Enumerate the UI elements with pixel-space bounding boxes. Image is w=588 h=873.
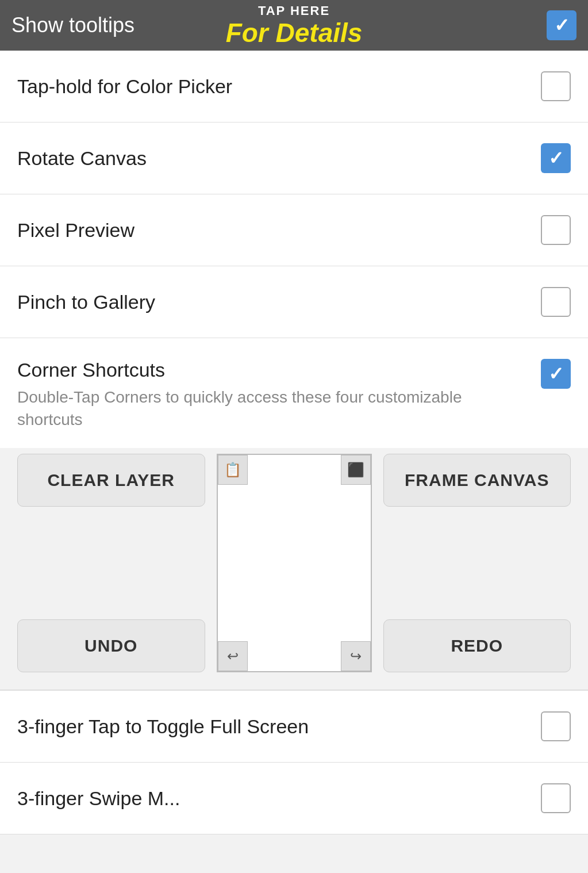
pinch-to-gallery-row: Pinch to Gallery — [0, 266, 588, 338]
canvas-grid: CLEAR LAYER 📋 ⬛ ↩ ↪ — [17, 454, 571, 672]
rotate-canvas-text: Rotate Canvas — [17, 147, 541, 170]
canvas-area: CLEAR LAYER 📋 ⬛ ↩ ↪ — [0, 448, 588, 690]
tap-here-overlay: TAP HERE For Details — [226, 3, 363, 48]
clear-layer-button[interactable]: CLEAR LAYER — [17, 454, 205, 507]
pixel-preview-checkbox[interactable] — [541, 215, 571, 245]
for-details-text: For Details — [226, 18, 363, 48]
pixel-preview-row: Pixel Preview — [0, 194, 588, 266]
clipboard-icon: 📋 — [224, 462, 241, 478]
top-right-buttons: FRAME CANVAS — [383, 454, 571, 507]
pixel-preview-title: Pixel Preview — [17, 219, 529, 242]
rotate-canvas-title: Rotate Canvas — [17, 147, 529, 170]
tap-hold-title: Tap-hold for Color Picker — [17, 75, 529, 98]
pinch-to-gallery-title: Pinch to Gallery — [17, 291, 529, 313]
show-tooltips-checkbox[interactable] — [547, 10, 577, 40]
frame-canvas-button[interactable]: FRAME CANVAS — [383, 454, 571, 507]
corner-shortcuts-checkbox[interactable] — [541, 359, 571, 389]
tap-here-text: TAP HERE — [226, 3, 363, 18]
pinch-to-gallery-text: Pinch to Gallery — [17, 291, 541, 313]
corner-bl-icon[interactable]: ↩ — [218, 641, 248, 671]
tap-hold-text: Tap-hold for Color Picker — [17, 75, 541, 98]
top-left-buttons: CLEAR LAYER — [17, 454, 205, 507]
corner-tl-icon[interactable]: 📋 — [218, 455, 248, 485]
tap-hold-checkbox[interactable] — [541, 71, 571, 101]
three-finger-swipe-row: 3-finger Swipe M... — [0, 763, 588, 834]
corner-shortcuts-desc: Double-Tap Corners to quickly access the… — [17, 386, 529, 431]
corner-br-icon[interactable]: ↪ — [341, 641, 371, 671]
corner-shortcuts-title: Corner Shortcuts — [17, 359, 529, 381]
show-tooltips-label: Show tooltips — [11, 13, 134, 37]
canvas-frame: 📋 ⬛ ↩ ↪ — [217, 454, 372, 672]
undo-button[interactable]: UNDO — [17, 619, 205, 672]
bottom-right-buttons: REDO — [383, 619, 571, 672]
settings-list: Tap-hold for Color Picker Rotate Canvas … — [0, 51, 588, 690]
rotate-canvas-row: Rotate Canvas — [0, 122, 588, 194]
corner-tr-icon[interactable]: ⬛ — [341, 455, 371, 485]
corner-shortcuts-text: Corner Shortcuts Double-Tap Corners to q… — [17, 359, 541, 431]
tap-hold-row: Tap-hold for Color Picker — [0, 51, 588, 122]
three-finger-toggle-label: 3-finger Tap to Toggle Full Screen — [17, 715, 309, 738]
bottom-left-buttons: UNDO — [17, 619, 205, 672]
top-banner: Show tooltips TAP HERE For Details — [0, 0, 588, 51]
rotate-canvas-checkbox[interactable] — [541, 143, 571, 173]
corner-shortcuts-header: Corner Shortcuts Double-Tap Corners to q… — [0, 338, 588, 448]
redo-arrow-icon: ↪ — [350, 648, 362, 664]
pinch-to-gallery-checkbox[interactable] — [541, 287, 571, 317]
three-finger-swipe-label: 3-finger Swipe M... — [17, 787, 180, 810]
corner-shortcuts-section: Corner Shortcuts Double-Tap Corners to q… — [0, 338, 588, 690]
three-finger-toggle-row: 3-finger Tap to Toggle Full Screen — [0, 691, 588, 763]
stop-icon: ⬛ — [347, 462, 364, 478]
three-finger-swipe-checkbox[interactable] — [541, 783, 571, 813]
bottom-settings: 3-finger Tap to Toggle Full Screen 3-fin… — [0, 690, 588, 834]
pixel-preview-text: Pixel Preview — [17, 219, 541, 242]
redo-button[interactable]: REDO — [383, 619, 571, 672]
undo-arrow-icon: ↩ — [227, 648, 239, 664]
three-finger-toggle-checkbox[interactable] — [541, 711, 571, 741]
